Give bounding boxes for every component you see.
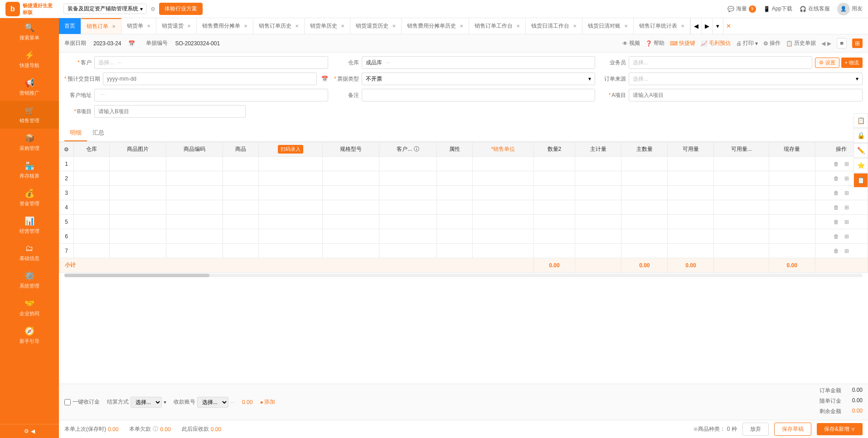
tab-order-stats[interactable]: 销售订单统计表 ✕ xyxy=(634,18,690,34)
customer-addr-input[interactable]: ··· xyxy=(94,89,328,101)
app-download-item[interactable]: 📱 App下载 xyxy=(763,5,792,13)
tab-expense-history[interactable]: 销售费用分摊单历史 ✕ xyxy=(402,18,469,34)
right-panel-btn-3[interactable]: ✏️ xyxy=(853,143,868,158)
tab-sales-expense[interactable]: 销售费用分摊单 ✕ xyxy=(197,18,253,34)
delivery-input[interactable] xyxy=(103,72,317,85)
row-1-product[interactable] xyxy=(223,157,259,171)
tab-goods-history[interactable]: 销货单历史 ✕ xyxy=(305,18,350,34)
print-action[interactable]: 🖨 打印 ▾ xyxy=(736,39,758,47)
tab-detail[interactable]: 明细 xyxy=(64,125,87,141)
a-project-input[interactable] xyxy=(629,89,863,101)
row-5-delete-btn[interactable]: 🗑 xyxy=(832,217,841,226)
warehouse-more-btn[interactable]: ··· xyxy=(384,59,392,66)
row-1-main-qty[interactable] xyxy=(621,157,668,171)
row-2-delete-btn[interactable]: 🗑 xyxy=(832,174,841,183)
row-1-code[interactable] xyxy=(166,157,223,171)
col-settings[interactable]: ⚙ xyxy=(59,142,74,157)
order-source-select[interactable]: 选择... ▾ xyxy=(629,72,863,85)
right-panel-btn-1[interactable]: 📋 xyxy=(853,113,868,128)
tab-close-goods-history[interactable]: ✕ xyxy=(341,24,344,29)
sidebar-item-enterprise[interactable]: 🤝 企业协同 xyxy=(0,294,59,322)
add-product-btn[interactable]: + 物流 xyxy=(841,58,863,68)
tab-daily-workbench[interactable]: 钱货日清工作台 ✕ xyxy=(526,18,582,34)
help-action[interactable]: ❓ 帮助 xyxy=(645,39,664,47)
tab-sales-order-history[interactable]: 销售订单历史 ✕ xyxy=(253,18,305,34)
tab-close-order-history[interactable]: ✕ xyxy=(295,24,299,29)
account-select[interactable]: 选择... xyxy=(197,397,228,408)
invoice-select[interactable]: 不开票 ▾ xyxy=(362,72,596,85)
operation-action[interactable]: ⚙ 操作 xyxy=(763,39,781,47)
industry-btn[interactable]: 体验行业方案 xyxy=(159,3,203,15)
settings-btn[interactable]: ⚙ 设置 xyxy=(815,58,839,68)
account-more-btn[interactable]: ··· xyxy=(230,399,235,405)
remark-input[interactable] xyxy=(362,89,596,101)
tab-nav-menu[interactable]: ▾ xyxy=(712,18,723,34)
col-scan[interactable]: 扫码录入 xyxy=(259,142,323,157)
sidebar-item-sales[interactable]: 🛒 销售管理 xyxy=(0,101,59,129)
salesperson-input[interactable]: 选择... xyxy=(629,56,812,69)
system-selector[interactable]: 装备及固定资产辅助管理系统 ▾ xyxy=(63,4,147,14)
row-3-copy-btn[interactable]: ⊞ xyxy=(842,188,851,197)
row-1-copy-btn[interactable]: ⊞ xyxy=(842,159,851,168)
tab-return-history[interactable]: 销货退货历史 ✕ xyxy=(350,18,402,34)
tab-close-expense-history[interactable]: ✕ xyxy=(460,24,463,29)
shortcut-action[interactable]: ⌨ 快捷键 xyxy=(670,39,695,47)
tab-close-order-workbench[interactable]: ✕ xyxy=(516,24,520,29)
tab-close-sales-order[interactable]: ✕ xyxy=(112,24,116,29)
tab-close-sales-expense[interactable]: ✕ xyxy=(244,24,247,29)
tab-close-sales-return[interactable]: ✕ xyxy=(187,24,191,29)
row-6-delete-btn[interactable]: 🗑 xyxy=(832,232,841,241)
abandon-btn[interactable]: 放弃 xyxy=(742,423,769,436)
history-action[interactable]: 📋 历史单据 xyxy=(786,39,816,47)
sidebar-item-marketing[interactable]: 📢 营销推广 xyxy=(0,73,59,101)
payment-select[interactable]: 选择... xyxy=(131,397,162,408)
tab-sales-goods[interactable]: 销货单 ✕ xyxy=(121,18,156,34)
view-action[interactable]: 👁 视频 xyxy=(622,39,640,47)
sidebar-item-system[interactable]: ⚙️ 系统管理 xyxy=(0,266,59,294)
row-6-copy-btn[interactable]: ⊞ xyxy=(842,232,851,241)
row-2-copy-btn[interactable]: ⊞ xyxy=(842,174,851,183)
row-1-attr[interactable] xyxy=(437,157,473,171)
list-view-btn[interactable]: ≡ xyxy=(837,38,847,48)
sidebar-item-quick-nav[interactable]: ⚡ 快捷导航 xyxy=(0,46,59,73)
row-7-copy-btn[interactable]: ⊞ xyxy=(842,246,851,255)
row-1-qty2[interactable] xyxy=(533,157,575,171)
tab-order-workbench[interactable]: 销售订单工作台 ✕ xyxy=(469,18,526,34)
profit-action[interactable]: 📈 毛利预估 xyxy=(701,39,731,47)
customer-input[interactable]: 选择... ··· xyxy=(94,56,328,69)
warehouse-input[interactable]: 成品库 ··· xyxy=(362,56,596,69)
sidebar-item-base[interactable]: 🗂 基础信息 xyxy=(0,239,59,266)
tab-close-daily-reconcile[interactable]: ✕ xyxy=(624,24,628,29)
user-item[interactable]: 👤 用友 xyxy=(837,3,863,15)
tab-close-sales-goods[interactable]: ✕ xyxy=(147,24,150,29)
prev-record-btn[interactable]: ◀ xyxy=(821,40,825,47)
delivery-calendar-icon[interactable]: 📅 xyxy=(321,76,328,82)
sidebar-item-inventory[interactable]: 🏪 库存核算 xyxy=(0,156,59,184)
sidebar-item-finance[interactable]: 💰 资金管理 xyxy=(0,184,59,212)
customer-more-btn[interactable]: ··· xyxy=(116,59,124,66)
right-panel-btn-5[interactable]: 📋 xyxy=(853,173,868,188)
tab-sales-order[interactable]: 销售订单 ✕ xyxy=(81,18,121,34)
online-service-item[interactable]: 🎧 在线客服 xyxy=(800,5,830,13)
row-5-copy-btn[interactable]: ⊞ xyxy=(842,217,851,226)
row-1-customer-code[interactable] xyxy=(379,157,437,171)
grid-view-btn[interactable]: ⊞ xyxy=(852,39,863,48)
horizontal-scrollbar[interactable] xyxy=(64,274,863,277)
scrollbar-thumb[interactable] xyxy=(64,274,209,277)
tab-nav-prev[interactable]: ◀ xyxy=(690,18,701,34)
sidebar-item-guide[interactable]: 🧭 新手引导 xyxy=(0,322,59,349)
tab-summary[interactable]: 汇总 xyxy=(87,125,110,141)
sidebar-item-purchase[interactable]: 📦 采购管理 xyxy=(0,129,59,156)
tab-close-all[interactable]: ✕ xyxy=(723,18,734,34)
row-4-copy-btn[interactable]: ⊞ xyxy=(842,203,851,212)
right-panel-btn-2[interactable]: 🔒 xyxy=(853,128,868,143)
tab-daily-reconcile[interactable]: 钱货日清对账 ✕ xyxy=(582,18,634,34)
tab-close-return-history[interactable]: ✕ xyxy=(392,24,396,29)
tab-home[interactable]: 首页 xyxy=(59,18,81,34)
right-panel-btn-4[interactable]: ⭐ xyxy=(853,158,868,173)
row-1-unit[interactable] xyxy=(473,157,533,171)
settings-icon[interactable]: ⚙ xyxy=(150,6,155,12)
addr-more-btn[interactable]: ··· xyxy=(98,91,107,97)
tab-close-daily-workbench[interactable]: ✕ xyxy=(573,24,577,29)
save-draft-btn[interactable]: 保存草稿 xyxy=(774,423,811,436)
